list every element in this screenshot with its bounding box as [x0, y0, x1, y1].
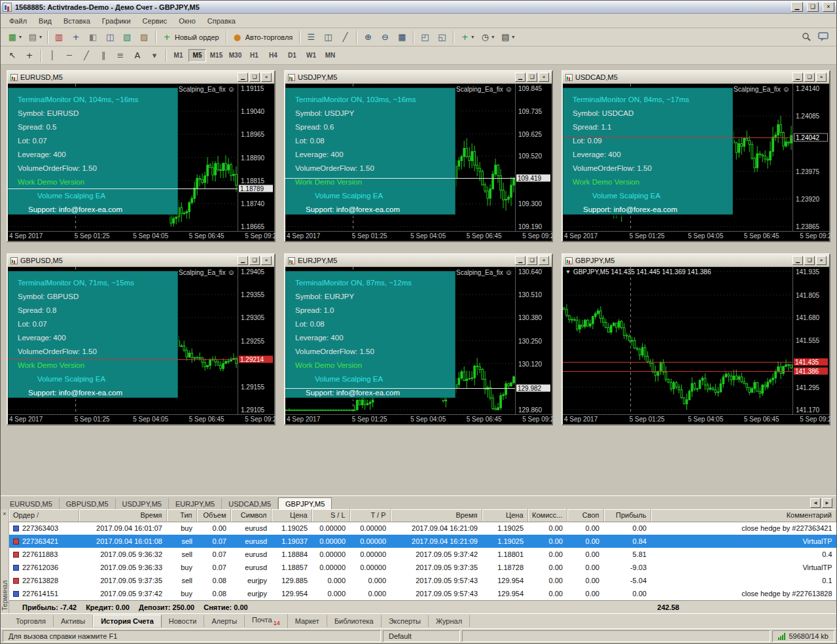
chart-minimize-button[interactable]: ▁ — [238, 256, 248, 265]
dropdown-arrow-icon[interactable]: ▾ — [491, 34, 494, 40]
chart-plot[interactable]: Scalping_Ea_fix ☺ TerminalMonitor ON, 84… — [563, 84, 792, 231]
terminal-tab-почта[interactable]: Почта14 — [245, 614, 288, 628]
tile-vertical-button[interactable]: ◱ — [434, 30, 450, 45]
tab-scroll-right-icon[interactable]: ► — [822, 498, 832, 508]
price-scale[interactable]: 130.640130.510130.380130.250130.120129.8… — [515, 267, 552, 414]
chart-window-titlebar[interactable]: USDCAD,M5 ▁ ❏ × — [563, 71, 829, 84]
dropdown-arrow-icon[interactable]: ▾ — [471, 34, 474, 40]
line-chart-button[interactable]: ╱ — [337, 30, 353, 45]
chart-tab-eurusd-m5[interactable]: EURUSD,M5 — [3, 498, 60, 509]
column-header[interactable]: Время — [79, 509, 166, 522]
timeframe-h4-button[interactable]: H4 — [264, 49, 282, 62]
terminal-tab-новости[interactable]: Новости — [162, 615, 205, 627]
chart-plot[interactable]: Scalping_Ea_fix ☺ TerminalMonitor ON, 87… — [285, 267, 515, 414]
metaeditor-button[interactable]: ▨ — [136, 30, 152, 45]
terminal-tab-эксперты[interactable]: Эксперты — [382, 615, 429, 627]
menu-item[interactable]: Сервис — [137, 15, 173, 27]
chart-plot[interactable]: ▼ GBPJPY,M5 141.435 141.445 141.369 141.… — [563, 267, 792, 414]
arrows-tool-button[interactable]: ▾ — [147, 48, 162, 63]
history-row[interactable]: 2273634212017.09.04 16:01:08sell0.07euru… — [9, 535, 836, 548]
column-header[interactable]: T / P — [349, 509, 390, 522]
time-scale[interactable]: 4 Sep 20175 Sep 01:255 Sep 04:055 Sep 06… — [8, 414, 274, 424]
minimize-button[interactable]: ▁ — [791, 2, 803, 12]
timeframe-d1-button[interactable]: D1 — [283, 49, 301, 62]
chart-plot[interactable]: Scalping_Ea_fix ☺ TerminalMonitor ON, 10… — [8, 84, 238, 231]
bar-chart-button[interactable]: ☰ — [303, 30, 319, 45]
fibonacci-button[interactable]: ≡ — [113, 48, 128, 63]
chart-restore-button[interactable]: ❏ — [804, 73, 815, 82]
time-scale[interactable]: 4 Sep 20175 Sep 01:255 Sep 04:055 Sep 06… — [563, 414, 829, 424]
chart-window-titlebar[interactable]: GBPJPY,M5 ▁ ❏ × — [563, 255, 829, 267]
chart-plot[interactable]: Scalping_Ea_fix ☺ TerminalMonitor ON, 71… — [8, 267, 238, 414]
chart-minimize-button[interactable]: ▁ — [792, 256, 803, 265]
chart-tab-usdcad-m5[interactable]: USDCAD,M5 — [222, 498, 278, 509]
navigator-button[interactable]: ◧ — [85, 30, 101, 45]
column-header[interactable]: Комментарий — [650, 509, 836, 522]
ea-smiley-icon[interactable]: ☺ — [505, 268, 512, 276]
time-scale[interactable]: 4 Sep 20175 Sep 01:255 Sep 04:055 Sep 06… — [285, 414, 552, 424]
price-scale[interactable]: 1.241401.240851.239751.239201.238651.240… — [792, 84, 829, 231]
chart-minimize-button[interactable]: ▁ — [515, 73, 525, 82]
chart-close-button[interactable]: × — [539, 256, 549, 265]
dropdown-arrow-icon[interactable]: ▾ — [19, 34, 22, 40]
chart-restore-button[interactable]: ❏ — [527, 256, 537, 265]
cursor-button[interactable]: ↖ — [5, 48, 20, 63]
price-scale[interactable]: 1.294051.293551.293051.292551.291551.291… — [238, 267, 274, 414]
history-row[interactable]: 2276118832017.09.05 9:36:32sell0.07eurus… — [9, 548, 836, 561]
history-row[interactable]: 2276138282017.09.05 9:37:35sell0.08eurjp… — [9, 574, 836, 587]
timeframe-w1-button[interactable]: W1 — [302, 49, 320, 62]
profiles-button[interactable]: ▤▾ — [25, 30, 44, 45]
chart-close-button[interactable]: × — [816, 256, 827, 265]
chart-close-button[interactable]: × — [261, 256, 272, 265]
trendline-button[interactable]: ╱ — [79, 48, 94, 63]
terminal-tab-алерты[interactable]: Алерты — [204, 615, 245, 627]
history-row[interactable]: 2276141512017.09.05 9:37:42buy0.08eurjpy… — [9, 587, 836, 600]
time-scale[interactable]: 4 Sep 20175 Sep 01:255 Sep 04:055 Sep 06… — [563, 231, 829, 241]
chart-plot[interactable]: Scalping_Ea_fix ☺ TerminalMonitor ON, 10… — [285, 84, 515, 231]
terminal-tab-торговля[interactable]: Торговля — [9, 615, 54, 627]
chart-restore-button[interactable]: ❏ — [804, 256, 815, 265]
chart-tab-gbpjpy-m5[interactable]: GBPJPY,M5 — [278, 497, 332, 509]
chart-minimize-button[interactable]: ▁ — [515, 256, 525, 265]
terminal-tab-маркет[interactable]: Маркет — [288, 615, 327, 627]
history-row[interactable]: 2273634032017.09.04 16:01:07buy0.00eurus… — [9, 522, 836, 535]
restore-button[interactable]: ❏ — [807, 2, 819, 12]
strategy-tester-button[interactable]: ▧ — [119, 30, 135, 45]
new-chart-button[interactable]: ▦▾ — [5, 30, 24, 45]
chart-tab-usdjpy-m5[interactable]: USDJPY,M5 — [116, 498, 169, 509]
menu-item[interactable]: Файл — [3, 15, 33, 27]
timeframe-m15-button[interactable]: M15 — [207, 49, 225, 62]
column-header[interactable]: Своп — [567, 509, 603, 522]
indicators-button[interactable]: +▾ — [457, 30, 476, 45]
terminal-tab-активы[interactable]: Активы — [54, 615, 93, 627]
candlestick-chart-button[interactable]: ◫ — [320, 30, 336, 45]
column-header[interactable]: Цена — [482, 509, 527, 522]
channel-button[interactable]: ∥ — [96, 48, 111, 63]
column-header[interactable]: Ордер/ — [9, 509, 79, 522]
chart-window-titlebar[interactable]: EURJPY,M5 ▁ ❏ × — [285, 255, 552, 267]
price-scale[interactable]: 1.191151.190401.189651.188901.188151.187… — [238, 84, 274, 231]
chat-icon[interactable] — [818, 32, 829, 42]
terminal-tab-журнал[interactable]: Журнал — [429, 615, 470, 627]
column-header[interactable]: Цена — [271, 509, 312, 522]
time-scale[interactable]: 4 Sep 20175 Sep 01:255 Sep 04:055 Sep 06… — [8, 231, 274, 241]
terminal-close-icon[interactable]: × — [3, 510, 6, 517]
chart-restore-button[interactable]: ❏ — [249, 73, 260, 82]
terminal-tab-история-счета[interactable]: История Счета — [93, 615, 162, 628]
tile-horizontal-button[interactable]: ◰ — [417, 30, 433, 45]
dropdown-arrow-icon[interactable]: ▾ — [39, 34, 42, 40]
timeframe-m5-button[interactable]: M5 — [188, 49, 206, 62]
timeframe-mn-button[interactable]: MN — [321, 49, 339, 62]
chart-restore-button[interactable]: ❏ — [527, 73, 537, 82]
tile-windows-button[interactable]: ▦ — [394, 30, 410, 45]
chart-minimize-button[interactable]: ▁ — [238, 73, 248, 82]
menu-item[interactable]: Графики — [96, 15, 137, 27]
horizontal-line-button[interactable]: ─ — [62, 48, 77, 63]
close-button[interactable]: × — [823, 2, 834, 12]
market-watch-button[interactable]: ▥ — [51, 30, 67, 45]
auto-trading-button[interactable]: ●Авто-торговля — [230, 30, 296, 45]
menu-item[interactable]: Окно — [173, 15, 202, 27]
menu-item[interactable]: Вставка — [58, 15, 96, 27]
search-icon[interactable] — [802, 32, 811, 42]
dropdown-arrow-icon[interactable]: ▾ — [512, 34, 514, 40]
